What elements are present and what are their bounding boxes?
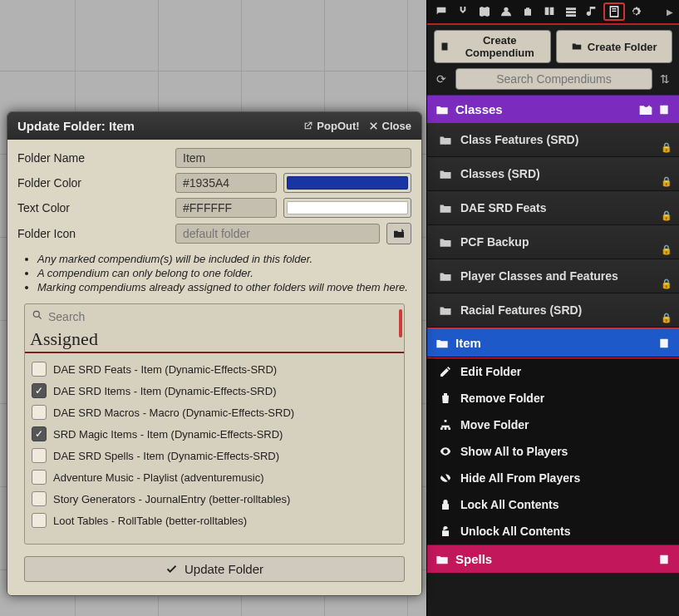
lock-icon: 🔒 xyxy=(661,176,672,187)
tab-journal[interactable] xyxy=(539,2,560,21)
assigned-label: DAE SRD Spells - Item (Dynamic-Effects-S… xyxy=(53,450,279,462)
compendium-sidebar: ▶ Create Compendium Create Folder ⟳ ⇅ Cl… xyxy=(426,0,679,616)
lock-icon: 🔒 xyxy=(661,313,672,323)
folder-header-spells[interactable]: Spells xyxy=(427,545,679,573)
popout-button[interactable]: PopOut! xyxy=(303,120,359,132)
folder-icon-input[interactable] xyxy=(175,224,380,244)
search-icon xyxy=(32,309,43,323)
pack-item[interactable]: PCF Backup🔒 xyxy=(427,225,679,259)
tab-actors[interactable] xyxy=(495,2,517,21)
dialog-header[interactable]: Update Folder: Item PopOut! Close xyxy=(7,112,421,140)
close-icon xyxy=(368,121,379,131)
create-compendium-button[interactable]: Create Compendium xyxy=(434,30,551,63)
folder-open-icon xyxy=(435,104,449,116)
folder-color-hex-input[interactable] xyxy=(175,173,277,193)
text-color-label: Text Color xyxy=(17,201,169,214)
svg-point-3 xyxy=(33,311,39,317)
assigned-label: Story Generators - JournalEntry (better-… xyxy=(53,493,290,505)
assigned-checkbox[interactable] xyxy=(32,513,47,528)
atlas-icon xyxy=(440,41,450,52)
assign-search-input[interactable] xyxy=(48,310,397,323)
picker-icon xyxy=(392,227,406,240)
folder-label: Classes xyxy=(455,102,503,116)
svg-rect-1 xyxy=(660,338,667,347)
lock-icon: 🔒 xyxy=(661,278,672,289)
update-folder-dialog: Update Folder: Item PopOut! Close Folder… xyxy=(7,111,422,596)
ctx-edit-folder[interactable]: Edit Folder xyxy=(427,358,679,385)
folder-icon-picker-button[interactable] xyxy=(386,223,411,244)
edit-icon xyxy=(439,365,452,378)
scroll-indicator[interactable] xyxy=(399,309,402,338)
refresh-icon[interactable]: ⟳ xyxy=(432,72,450,86)
sort-icon[interactable]: ⇅ xyxy=(657,72,672,86)
pack-item[interactable]: Racial Features (SRD)🔒 xyxy=(427,293,679,328)
folder-name-input[interactable] xyxy=(175,148,411,168)
assigned-row[interactable]: ✓DAE SRD Items - Item (Dynamic-Effects-S… xyxy=(30,380,401,402)
folder-color-swatch[interactable] xyxy=(283,173,411,193)
assigned-label: DAE SRD Feats - Item (Dynamic-Effects-SR… xyxy=(53,363,277,376)
assigned-row[interactable]: DAE SRD Feats - Item (Dynamic-Effects-SR… xyxy=(30,358,401,380)
pack-item[interactable]: Classes (SRD)🔒 xyxy=(427,157,679,191)
assigned-label: SRD Magic Items - Item (Dynamic-Effects-… xyxy=(53,428,283,441)
ctx-remove-folder[interactable]: Remove Folder xyxy=(427,385,679,411)
close-button[interactable]: Close xyxy=(368,120,411,132)
tab-settings[interactable] xyxy=(625,2,647,21)
search-compendiums-input[interactable] xyxy=(455,68,652,90)
assigned-checkbox[interactable] xyxy=(32,470,47,485)
tab-items[interactable] xyxy=(517,2,539,21)
assigned-row[interactable]: Story Generators - JournalEntry (better-… xyxy=(30,488,401,510)
folder-icon-label: Folder Icon xyxy=(17,227,169,240)
assigned-row[interactable]: Loot Tables - RollTable (better-rolltabl… xyxy=(30,510,401,531)
tab-combat[interactable] xyxy=(452,2,474,21)
pack-item[interactable]: Class Features (SRD)🔒 xyxy=(427,123,679,157)
folder-icon xyxy=(571,41,583,52)
ctx-unlock-all[interactable]: Unlock All Contents xyxy=(427,518,679,545)
tab-chat[interactable] xyxy=(431,2,452,21)
tab-scenes[interactable] xyxy=(474,2,495,21)
popout-icon xyxy=(303,121,313,131)
create-compendium-label: Create Compendium xyxy=(455,34,545,59)
dialog-title: Update Folder: Item xyxy=(17,119,135,133)
update-folder-button[interactable]: Update Folder xyxy=(24,556,405,582)
collapse-sidebar-icon[interactable]: ▶ xyxy=(664,7,676,17)
svg-rect-2 xyxy=(660,554,667,564)
create-folder-button[interactable]: Create Folder xyxy=(556,30,673,63)
assigned-row[interactable]: ✓SRD Magic Items - Item (Dynamic-Effects… xyxy=(30,423,401,445)
ctx-show-all[interactable]: Show All to Players xyxy=(427,438,679,465)
pack-item[interactable]: DAE SRD Feats🔒 xyxy=(427,191,679,225)
tab-compendium[interactable] xyxy=(603,2,625,21)
eye-slash-icon xyxy=(439,471,452,485)
folder-label: Item xyxy=(455,336,481,350)
text-color-hex-input[interactable] xyxy=(175,198,277,218)
folder-header-item[interactable]: Item xyxy=(427,328,679,357)
assigned-row[interactable]: DAE SRD Macros - Macro (Dynamic-Effects-… xyxy=(30,402,401,423)
text-color-swatch[interactable] xyxy=(283,198,411,218)
ctx-lock-all[interactable]: Lock All Contents xyxy=(427,491,679,518)
lock-icon xyxy=(439,498,452,511)
assigned-checkbox[interactable] xyxy=(32,405,47,420)
assigned-row[interactable]: Adventure Music - Playlist (adventuremus… xyxy=(30,466,401,488)
sidebar-tabs: ▶ xyxy=(427,0,679,25)
assigned-checkbox[interactable] xyxy=(32,448,47,463)
ctx-move-folder[interactable]: Move Folder xyxy=(427,411,679,438)
pack-item[interactable]: Player Classes and Features🔒 xyxy=(427,259,679,293)
folder-header-classes[interactable]: Classes xyxy=(427,95,679,123)
folder-name-label: Folder Name xyxy=(17,151,169,165)
folder-type-icon xyxy=(657,338,671,349)
folder-context-menu: Edit Folder Remove Folder Move Folder Sh… xyxy=(427,357,679,545)
tab-tables[interactable] xyxy=(560,2,582,21)
assigned-label: Adventure Music - Playlist (adventuremus… xyxy=(53,471,264,484)
folder-color-label: Folder Color xyxy=(17,176,169,190)
classes-pack-list: Class Features (SRD)🔒 Classes (SRD)🔒 DAE… xyxy=(427,123,679,328)
assigned-checkbox[interactable] xyxy=(32,362,47,377)
lock-icon: 🔒 xyxy=(661,210,672,221)
new-subfolder-icon[interactable] xyxy=(639,104,652,116)
assigned-row[interactable]: DAE SRD Spells - Item (Dynamic-Effects-S… xyxy=(30,445,401,466)
assign-box: Assigned DAE SRD Feats - Item (Dynamic-E… xyxy=(24,303,405,545)
assigned-checkbox[interactable]: ✓ xyxy=(32,426,47,441)
assigned-checkbox[interactable]: ✓ xyxy=(32,383,47,398)
ctx-hide-all[interactable]: Hide All From Players xyxy=(427,465,679,491)
assigned-checkbox[interactable] xyxy=(32,491,47,506)
tab-playlists[interactable] xyxy=(582,2,603,21)
unlock-icon xyxy=(439,525,452,538)
